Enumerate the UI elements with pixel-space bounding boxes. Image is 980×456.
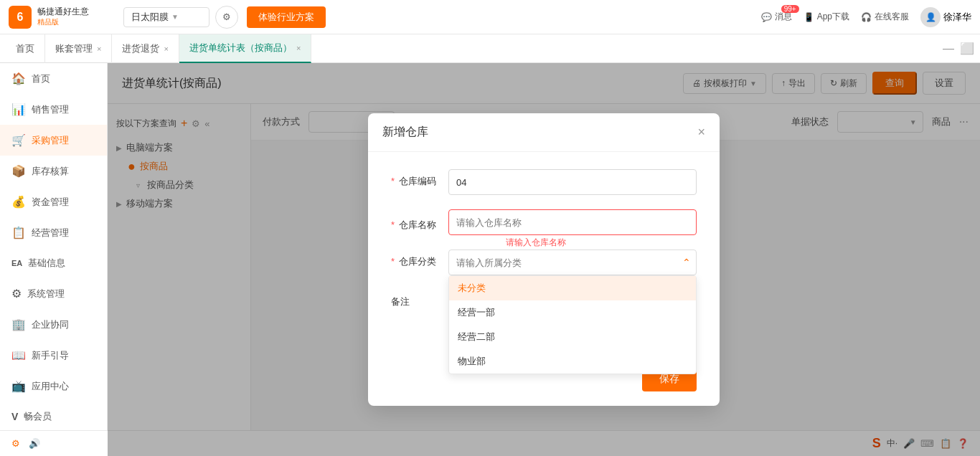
warehouse-name-label: * 仓库名称 — [391, 213, 448, 232]
sidebar-item-label: 采购管理 — [32, 134, 69, 147]
tab-account-manage[interactable]: 账套管理 × — [45, 34, 112, 63]
tab-home[interactable]: 首页 — [6, 34, 45, 63]
form-row-code: * 仓库编码 — [391, 169, 697, 195]
system-icon: ⚙ — [11, 287, 22, 300]
sidebar-item-label: 企业协同 — [32, 318, 69, 331]
bottom-volume-icon[interactable]: 🔊 — [29, 438, 40, 449]
sidebar-item-enterprise[interactable]: 🏢 企业协同 — [0, 309, 107, 340]
modal-title: 新增仓库 — [382, 125, 428, 140]
inventory-icon: 📦 — [11, 164, 26, 178]
sidebar-item-purchase[interactable]: 🛒 采购管理 — [0, 125, 107, 156]
sales-icon: 📊 — [11, 103, 26, 116]
app-download-label: App下载 — [817, 11, 849, 23]
app-center-icon: 📺 — [11, 379, 26, 393]
sidebar-item-label: 基础信息 — [28, 257, 65, 270]
sidebar-item-label: 应用中心 — [32, 380, 69, 393]
notes-label: 备注 — [391, 290, 448, 308]
header-right: 💬 消息 99+ 📱 App下载 🎧 在线客服 👤 徐泽华 — [761, 7, 971, 27]
dropdown-item-property[interactable]: 物业部 — [449, 349, 696, 374]
sidebar-item-operations[interactable]: 📋 经营管理 — [0, 217, 107, 248]
tab-home-label: 首页 — [16, 42, 34, 55]
sidebar-item-inventory[interactable]: 📦 库存核算 — [0, 156, 107, 186]
logo-name: 畅捷通好生意 — [37, 6, 89, 18]
company-selector[interactable]: 日太阳膜 ▼ — [123, 7, 209, 27]
tab-end-buttons: — ⬜ — [943, 42, 974, 55]
tab-purchase-return[interactable]: 进货退货 × — [112, 34, 179, 63]
company-name: 日太阳膜 — [131, 11, 169, 24]
bottom-settings-icon[interactable]: ⚙ — [11, 438, 20, 449]
enterprise-icon: 🏢 — [11, 318, 26, 331]
tab-close-icon[interactable]: × — [164, 44, 168, 53]
home-icon: 🏠 — [11, 72, 26, 85]
tab-purchase-stats[interactable]: 进货单统计表（按商品） × — [179, 34, 311, 63]
logo-text-area: 畅捷通好生意 精品版 — [37, 6, 89, 28]
form-row-name-inner: * 仓库名称 — [391, 209, 697, 235]
sidebar-item-guide[interactable]: 📖 新手引导 — [0, 340, 107, 371]
warehouse-code-label: * 仓库编码 — [391, 169, 448, 188]
app-logo-icon: 6 — [9, 6, 32, 29]
sidebar-item-label: 销售管理 — [32, 103, 69, 116]
logo-sub: 精品版 — [37, 17, 89, 27]
warehouse-code-input[interactable] — [448, 169, 697, 195]
tab-minimize-icon[interactable]: — — [943, 42, 954, 55]
app-download-icon: 📱 — [804, 12, 814, 22]
vip-icon: V — [11, 411, 18, 422]
guide-icon: 📖 — [11, 348, 26, 362]
message-button[interactable]: 💬 消息 99+ — [761, 11, 792, 23]
warehouse-category-label: * 仓库分类 — [391, 250, 448, 268]
operations-icon: 📋 — [11, 226, 26, 239]
sidebar-item-system[interactable]: ⚙ 系统管理 — [0, 278, 107, 309]
sidebar: 🏠 首页 📊 销售管理 🛒 采购管理 📦 库存核算 💰 资金管理 📋 经营管理 … — [0, 63, 108, 456]
message-icon: 💬 — [761, 12, 772, 22]
form-row-name: * 仓库名称 请输入仓库名称 — [391, 209, 697, 235]
dropdown-item-uncategorized[interactable]: 未分类 — [449, 276, 696, 300]
modal-header: 新增仓库 × — [368, 113, 720, 152]
content-area: 进货单统计(按商品) 🖨 按模板打印 ▼ ↑ 导出 ↻ 刷新 查询 设置 — [108, 63, 980, 456]
warehouse-name-error: 请输入仓库名称 — [506, 237, 566, 249]
online-service-button[interactable]: 🎧 在线客服 — [861, 11, 909, 23]
settings-icon-btn[interactable]: ⚙ — [215, 6, 238, 29]
required-star-name: * — [391, 219, 395, 230]
sidebar-item-home[interactable]: 🏠 首页 — [0, 63, 107, 94]
warehouse-category-input[interactable] — [448, 250, 697, 275]
main-layout: 🏠 首页 📊 销售管理 🛒 采购管理 📦 库存核算 💰 资金管理 📋 经营管理 … — [0, 63, 980, 456]
avatar: 👤 — [920, 7, 941, 27]
tab-close-icon[interactable]: × — [296, 44, 301, 52]
sidebar-item-label: 库存核算 — [32, 165, 69, 178]
basic-info-icon: EA — [11, 259, 22, 267]
online-service-label: 在线客服 — [875, 11, 909, 23]
modal-close-button[interactable]: × — [697, 125, 705, 140]
sidebar-item-vip[interactable]: V 畅会员 — [0, 402, 107, 432]
gear-icon: ⚙ — [222, 11, 231, 22]
sidebar-item-label: 畅会员 — [24, 410, 52, 423]
tab-close-icon[interactable]: × — [97, 44, 101, 53]
selector-arrow-icon: ▼ — [171, 13, 179, 21]
required-star: * — [391, 176, 395, 186]
sidebar-item-app-center[interactable]: 📺 应用中心 — [0, 371, 107, 402]
form-row-category: * 仓库分类 ⌃ 未分类 经营一部 经营二部 物业部 — [391, 250, 697, 275]
sidebar-item-label: 经营管理 — [32, 227, 69, 239]
sidebar-item-sales[interactable]: 📊 销售管理 — [0, 94, 107, 125]
finance-icon: 💰 — [11, 195, 26, 209]
category-dropdown-icon[interactable]: ⌃ — [682, 257, 691, 268]
tab-account-manage-label: 账套管理 — [55, 42, 93, 55]
headset-icon: 🎧 — [861, 12, 872, 22]
app-download-button[interactable]: 📱 App下载 — [804, 11, 849, 23]
required-star-cat: * — [391, 256, 395, 267]
category-dropdown-list: 未分类 经营一部 经营二部 物业部 — [448, 275, 697, 374]
sidebar-item-label: 资金管理 — [32, 196, 69, 209]
top-header: 6 畅捷通好生意 精品版 日太阳膜 ▼ ⚙ 体验行业方案 💬 消息 99+ 📱 … — [0, 0, 980, 34]
trial-button[interactable]: 体验行业方案 — [247, 6, 326, 28]
dropdown-item-dept1[interactable]: 经营一部 — [449, 300, 696, 325]
tab-maximize-icon[interactable]: ⬜ — [960, 42, 974, 55]
logo-area: 6 畅捷通好生意 精品版 — [9, 6, 116, 29]
warehouse-name-input[interactable] — [448, 209, 697, 235]
add-warehouse-modal: 新增仓库 × * 仓库编码 — [368, 113, 720, 406]
sidebar-item-label: 新手引导 — [32, 349, 69, 362]
sidebar-item-label: 首页 — [32, 72, 50, 85]
tab-purchase-return-label: 进货退货 — [122, 42, 159, 55]
dropdown-item-dept2[interactable]: 经营二部 — [449, 325, 696, 349]
sidebar-item-finance[interactable]: 💰 资金管理 — [0, 186, 107, 217]
sidebar-item-basic-info[interactable]: EA 基础信息 — [0, 248, 107, 278]
user-menu[interactable]: 👤 徐泽华 — [920, 7, 971, 27]
